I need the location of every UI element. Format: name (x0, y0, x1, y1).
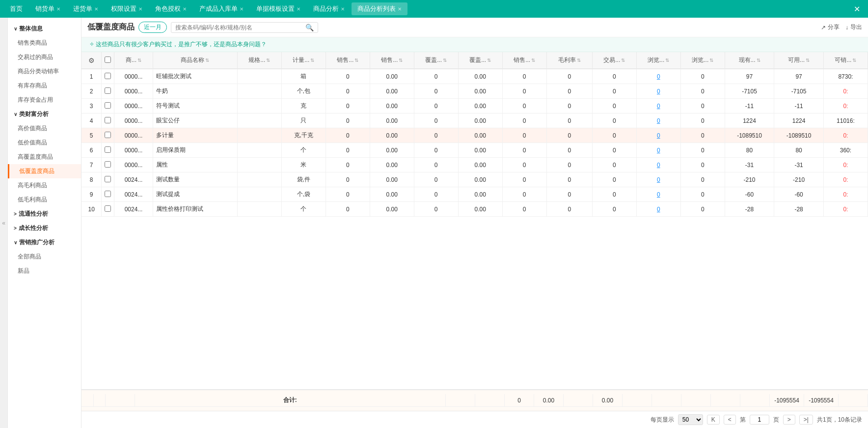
nav-template[interactable]: 单据模板设置 ✕ (250, 2, 306, 15)
share-button[interactable]: ↗ 分享 (821, 23, 840, 31)
sidebar-section-flow[interactable]: > 流通性分析 (8, 207, 81, 221)
sidebar-item-low-profit[interactable]: 低毛利商品 (8, 193, 81, 207)
sidebar-item-traded-products[interactable]: 交易过的商品 (8, 50, 81, 64)
sidebar-item-new-products[interactable]: 新品 (8, 264, 81, 278)
col-coverage1[interactable]: 覆盖...⇅ (414, 52, 458, 69)
col-current-stock[interactable]: 现有...⇅ (725, 52, 774, 69)
search-input[interactable] (175, 24, 303, 31)
sidebar-item-inventory-capital[interactable]: 库存资金占用 (8, 93, 81, 107)
nav-purchase[interactable]: 进货单 ✕ (67, 2, 104, 15)
sidebar-item-category-rate[interactable]: 商品分类动销率 (8, 64, 81, 79)
col-browse1[interactable]: 浏览...⇅ (636, 52, 680, 69)
select-all-checkbox[interactable] (105, 57, 111, 63)
sidebar-item-all-products[interactable]: 全部商品 (8, 250, 81, 264)
last-page-button[interactable]: >| (799, 415, 813, 425)
browse-link[interactable]: 0 (657, 132, 660, 139)
nav-close-template[interactable]: ✕ (297, 6, 300, 12)
browse-link[interactable]: 0 (657, 162, 660, 169)
time-filter-button[interactable]: 近一月 (138, 22, 167, 33)
browse-link[interactable]: 0 (657, 73, 660, 80)
col-sales-amt[interactable]: 销售...⇅ (370, 52, 414, 69)
sidebar-section-marketing[interactable]: ∨ 营销推广分析 (8, 235, 81, 250)
table-cell: 0 (546, 99, 592, 114)
page-input[interactable] (750, 415, 769, 425)
col-checkbox[interactable] (102, 52, 114, 69)
sidebar-item-high-coverage[interactable]: 高覆盖度商品 (8, 150, 81, 164)
nav-product-analysis[interactable]: 商品分析 ✕ (307, 2, 351, 15)
table-cell: 克 (281, 99, 326, 114)
nav-close-role[interactable]: ✕ (183, 6, 187, 12)
table-row: 50000...多计量克,千克00.0000.0000000-1089510-1… (81, 128, 868, 143)
table-cell: 0 (636, 84, 680, 99)
col-sellable[interactable]: 可销...⇅ (823, 52, 868, 69)
info-banner: ✧ 这些商品只有很少客户购买过，是推广不够，还是商品本身问题？ (81, 37, 868, 52)
sort-name-icon: ⇅ (205, 57, 209, 63)
col-spec[interactable]: 规格...⇅ (237, 52, 281, 69)
main-layout: « ∨ 整体信息 销售类商品 交易过的商品 商品分类动销率 有库存商品 库存资金… (0, 18, 868, 428)
browse-link[interactable]: 0 (657, 176, 660, 183)
table-cell: 0 (326, 172, 370, 187)
nav-product-entry[interactable]: 产成品入库单 ✕ (193, 2, 249, 15)
col-available-stock[interactable]: 可用...⇅ (774, 52, 824, 69)
nav-role[interactable]: 角色授权 ✕ (149, 2, 192, 15)
sidebar-section-coverage[interactable]: ∨ 类财富分析 (8, 107, 81, 121)
browse-link[interactable]: 0 (657, 206, 660, 213)
sidebar-section-growth[interactable]: > 成长性分析 (8, 221, 81, 235)
col-sales3[interactable]: 销售...⇅ (502, 52, 546, 69)
table-cell (237, 143, 281, 158)
col-code[interactable]: 商...⇅ (114, 52, 153, 69)
search-icon[interactable]: 🔍 (305, 24, 314, 31)
col-gear[interactable]: ⚙ (81, 52, 102, 69)
browse-link[interactable]: 0 (657, 191, 660, 198)
col-gross-margin[interactable]: 毛利率⇅ (546, 52, 592, 69)
table-cell: 0: (823, 128, 868, 143)
nav-close-purchase[interactable]: ✕ (94, 6, 98, 12)
nav-sales[interactable]: 销货单 ✕ (29, 2, 66, 15)
table-cell: 测试数量 (153, 172, 237, 187)
nav-product-analysis-list[interactable]: 商品分析列表 ✕ (352, 2, 407, 15)
next-page-button[interactable]: > (783, 415, 795, 425)
table-cell: 0 (592, 128, 636, 143)
sort-coverage1-icon: ⇅ (443, 57, 447, 63)
nav-close-product-entry[interactable]: ✕ (240, 6, 244, 12)
search-box: 🔍 (171, 22, 318, 33)
table-cell: 8 (81, 172, 102, 187)
sidebar-item-low-coverage[interactable]: 低覆盖度商品 (8, 164, 81, 178)
table-cell: 旺辅批次测试 (153, 69, 237, 84)
table-cell: 0 (546, 69, 592, 84)
first-page-button[interactable]: K (707, 415, 720, 425)
sidebar-item-low-value[interactable]: 低价值商品 (8, 136, 81, 150)
col-sales-qty[interactable]: 销售...⇅ (326, 52, 370, 69)
browse-link[interactable]: 0 (657, 103, 660, 110)
window-close-button[interactable]: ✕ (850, 4, 864, 14)
table-cell: 0.00 (370, 114, 414, 128)
nav-close-permission[interactable]: ✕ (138, 6, 142, 12)
sidebar-item-stocked-products[interactable]: 有库存商品 (8, 79, 81, 93)
table-cell: 个 (281, 143, 326, 158)
col-transactions[interactable]: 交易...⇅ (592, 52, 636, 69)
col-browse2[interactable]: 浏览...⇅ (680, 52, 725, 69)
per-page-select[interactable]: 50 10 20 100 (678, 414, 703, 425)
sidebar-collapse-button[interactable]: « (0, 18, 8, 428)
sidebar-item-sales-products[interactable]: 销售类商品 (8, 36, 81, 50)
col-name[interactable]: 商品名称⇅ (153, 52, 237, 69)
nav-permission[interactable]: 权限设置 ✕ (105, 2, 148, 15)
sidebar-item-high-profit[interactable]: 高毛利商品 (8, 178, 81, 193)
settings-icon[interactable]: ⚙ (88, 57, 95, 64)
nav-home[interactable]: 首页 (4, 2, 28, 15)
browse-link[interactable]: 0 (657, 117, 660, 124)
table-container[interactable]: ⚙ 商...⇅ 商品名称⇅ 规格...⇅ 计量...⇅ 销售...⇅ 销售...… (81, 52, 868, 389)
table-cell: 0 (502, 202, 546, 217)
col-unit[interactable]: 计量...⇅ (281, 52, 326, 69)
nav-close-product-analysis[interactable]: ✕ (341, 6, 345, 12)
nav-close-sales[interactable]: ✕ (56, 6, 60, 12)
prev-page-button[interactable]: < (724, 415, 736, 425)
export-button[interactable]: ↓ 导出 (845, 23, 862, 31)
table-row: 90024...测试提成个,袋00.0000.0000000-60-600: (81, 187, 868, 202)
sidebar-item-high-value[interactable]: 高价值商品 (8, 121, 81, 136)
browse-link[interactable]: 0 (657, 88, 660, 95)
browse-link[interactable]: 0 (657, 147, 660, 154)
col-coverage2[interactable]: 覆盖...⇅ (458, 52, 502, 69)
nav-close-product-analysis-list[interactable]: ✕ (398, 6, 402, 12)
sidebar-section-overall[interactable]: ∨ 整体信息 (8, 22, 81, 36)
